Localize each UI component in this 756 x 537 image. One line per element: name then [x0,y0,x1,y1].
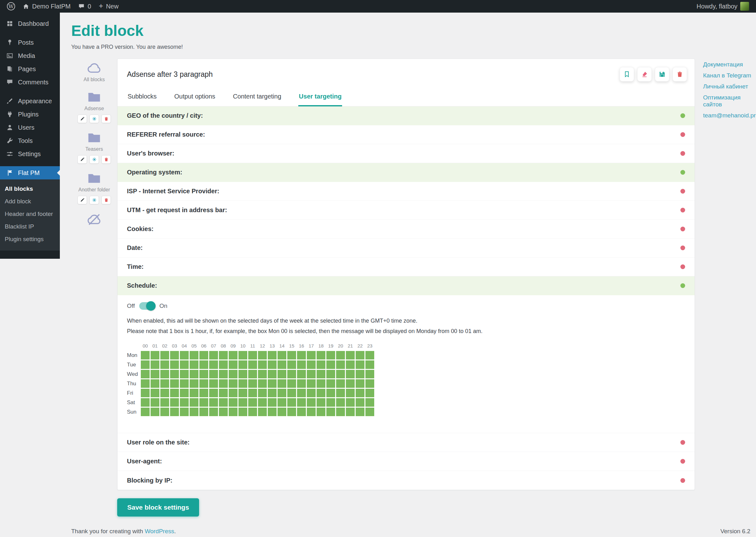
sidebar-item-comments[interactable]: Comments [0,75,60,89]
schedule-cell-mon-07[interactable] [209,351,218,359]
schedule-cell-fri-08[interactable] [219,389,228,397]
schedule-cell-fri-01[interactable] [151,389,159,397]
schedule-cell-mon-05[interactable] [190,351,199,359]
schedule-cell-mon-18[interactable] [317,351,326,359]
schedule-cell-sat-23[interactable] [365,398,374,407]
schedule-cell-sat-20[interactable] [336,398,345,407]
schedule-cell-sun-07[interactable] [209,408,218,416]
schedule-cell-fri-16[interactable] [297,389,306,397]
schedule-cell-thu-09[interactable] [229,379,238,388]
folder-settings-button[interactable] [89,155,99,164]
schedule-cell-wed-06[interactable] [200,370,208,378]
sidebar-item-dashboard[interactable]: Dashboard [0,17,60,30]
clear-block-button[interactable] [637,67,652,82]
edit-folder-button[interactable] [77,196,87,204]
save-block-settings-button[interactable]: Save block settings [117,498,199,516]
schedule-cell-mon-20[interactable] [336,351,345,359]
schedule-cell-sun-00[interactable] [141,408,150,416]
schedule-cell-sat-00[interactable] [141,398,150,407]
help-link-documentation[interactable]: Документация [703,61,752,68]
schedule-cell-fri-23[interactable] [365,389,374,397]
schedule-toggle[interactable] [139,302,155,310]
schedule-cell-sat-18[interactable] [317,398,326,407]
schedule-cell-wed-20[interactable] [336,370,345,378]
schedule-cell-sun-10[interactable] [239,408,247,416]
save-block-button[interactable] [655,67,669,82]
sidebar-subitem-header-and-footer[interactable]: Header and footer [0,208,60,220]
targeting-row-utm-get-request-in-address-bar[interactable]: UTM - get request in address bar: [117,201,694,220]
schedule-cell-sun-23[interactable] [365,408,374,416]
schedule-cell-fri-07[interactable] [209,389,218,397]
schedule-cell-sun-21[interactable] [346,408,355,416]
schedule-cell-wed-13[interactable] [268,370,277,378]
schedule-cell-mon-17[interactable] [307,351,316,359]
schedule-cell-wed-01[interactable] [151,370,159,378]
schedule-cell-wed-16[interactable] [297,370,306,378]
sidebar-item-settings[interactable]: Settings [0,147,60,160]
schedule-cell-wed-17[interactable] [307,370,316,378]
schedule-cell-tue-07[interactable] [209,360,218,369]
schedule-cell-mon-04[interactable] [180,351,189,359]
schedule-cell-thu-00[interactable] [141,379,150,388]
schedule-cell-fri-11[interactable] [248,389,257,397]
schedule-cell-sat-17[interactable] [307,398,316,407]
schedule-cell-tue-16[interactable] [297,360,306,369]
schedule-cell-sun-22[interactable] [356,408,365,416]
schedule-cell-sat-04[interactable] [180,398,189,407]
sidebar-item-flat-pm[interactable]: Flat PM [0,166,60,180]
account-menu[interactable]: Howdy, flatboy [693,2,753,11]
schedule-cell-sun-18[interactable] [317,408,326,416]
schedule-cell-wed-08[interactable] [219,370,228,378]
schedule-cell-wed-22[interactable] [356,370,365,378]
schedule-cell-fri-21[interactable] [346,389,355,397]
schedule-cell-sat-03[interactable] [170,398,179,407]
schedule-cell-mon-22[interactable] [356,351,365,359]
schedule-cell-mon-10[interactable] [239,351,247,359]
schedule-cell-sun-19[interactable] [326,408,335,416]
targeting-row-cookies[interactable]: Cookies: [117,220,694,239]
schedule-cell-sun-14[interactable] [278,408,286,416]
schedule-cell-sun-20[interactable] [336,408,345,416]
schedule-cell-wed-23[interactable] [365,370,374,378]
schedule-cell-sun-12[interactable] [258,408,267,416]
schedule-cell-sat-02[interactable] [160,398,169,407]
schedule-cell-wed-07[interactable] [209,370,218,378]
schedule-cell-thu-20[interactable] [336,379,345,388]
schedule-cell-mon-14[interactable] [278,351,286,359]
schedule-cell-fri-14[interactable] [278,389,286,397]
schedule-cell-sat-08[interactable] [219,398,228,407]
bookmark-block-button[interactable] [620,67,634,82]
edit-folder-button[interactable] [77,155,87,164]
folder-all-blocks[interactable]: All blocks [83,61,105,82]
schedule-cell-tue-06[interactable] [200,360,208,369]
schedule-cell-tue-05[interactable] [190,360,199,369]
schedule-cell-sat-21[interactable] [346,398,355,407]
schedule-cell-tue-11[interactable] [248,360,257,369]
schedule-cell-sat-14[interactable] [278,398,286,407]
schedule-cell-thu-16[interactable] [297,379,306,388]
schedule-cell-fri-06[interactable] [200,389,208,397]
sidebar-item-users[interactable]: Users [0,121,60,134]
schedule-cell-mon-02[interactable] [160,351,169,359]
schedule-cell-tue-22[interactable] [356,360,365,369]
schedule-cell-tue-23[interactable] [365,360,374,369]
schedule-cell-sat-10[interactable] [239,398,247,407]
targeting-row-user-s-browser[interactable]: User's browser: [117,144,694,163]
schedule-cell-tue-19[interactable] [326,360,335,369]
schedule-cell-sun-16[interactable] [297,408,306,416]
schedule-cell-tue-17[interactable] [307,360,316,369]
schedule-cell-sat-13[interactable] [268,398,277,407]
schedule-cell-sun-04[interactable] [180,408,189,416]
schedule-cell-thu-07[interactable] [209,379,218,388]
schedule-cell-tue-12[interactable] [258,360,267,369]
delete-block-button[interactable] [673,67,687,82]
schedule-cell-thu-19[interactable] [326,379,335,388]
schedule-cell-fri-04[interactable] [180,389,189,397]
schedule-cell-sun-09[interactable] [229,408,238,416]
schedule-cell-mon-15[interactable] [287,351,296,359]
schedule-cell-tue-01[interactable] [151,360,159,369]
delete-folder-button[interactable] [102,115,111,123]
schedule-cell-mon-21[interactable] [346,351,355,359]
schedule-cell-wed-02[interactable] [160,370,169,378]
schedule-cell-tue-10[interactable] [239,360,247,369]
